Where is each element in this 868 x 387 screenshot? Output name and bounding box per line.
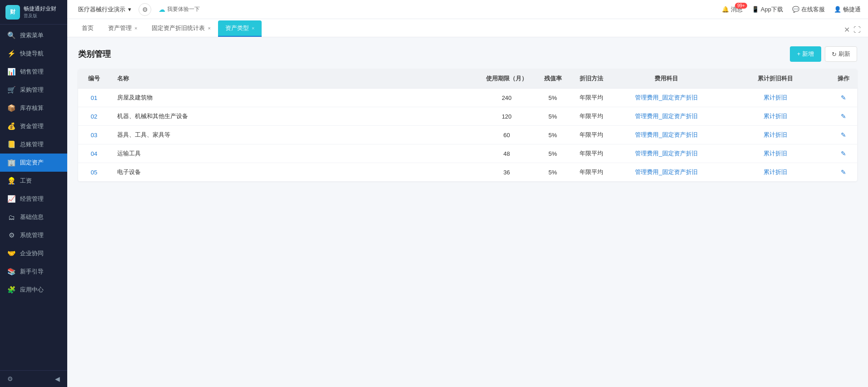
nav-label-2: 销售管理 — [20, 68, 44, 76]
nav-label-6: 总账管理 — [20, 140, 44, 149]
app-selector[interactable]: 医疗器械行业演示 ▾ — [74, 4, 135, 15]
nav-icon-12: 🤝 — [7, 249, 15, 258]
topbar-settings-btn[interactable]: ⚙ — [139, 3, 151, 16]
edit-btn-3[interactable]: ✎ — [841, 150, 846, 157]
sidebar-item-采购管理[interactable]: 🛒 采购管理 — [0, 81, 67, 99]
main-area: 医疗器械行业演示 ▾ ⚙ ☁ 我要体验一下 🔔 消息 99 📱 App下载 💬 … — [67, 0, 868, 387]
topbar-right: 🔔 消息 99 📱 App下载 💬 在线客服 👤 畅捷通 — [722, 5, 861, 14]
nav-label-12: 企业协同 — [20, 249, 44, 258]
sidebar-item-固定资产[interactable]: 🏢 固定资产 — [0, 154, 67, 172]
nav-label-7: 固定资产 — [20, 159, 44, 167]
tab-asset-type[interactable]: 资产类型 × — [218, 20, 262, 37]
col-header-method: 折旧方法 — [571, 69, 612, 89]
gear-icon: ⚙ — [142, 6, 148, 13]
new-button-label: + 新增 — [797, 50, 814, 58]
table-header-row: 编号 名称 使用期限（月） 残值率 折旧方法 费用科目 累计折旧科目 操作 — [78, 69, 857, 89]
sidebar-item-新手引导[interactable]: 📚 新手引导 — [0, 263, 67, 281]
nav-icon-3: 🛒 — [7, 86, 15, 94]
sidebar-item-资金管理[interactable]: 💰 资金管理 — [0, 117, 67, 135]
cell-code-0: 01 — [78, 89, 110, 107]
nav-icon-6: 📒 — [7, 140, 15, 149]
user-btn[interactable]: 👤 畅捷通 — [834, 5, 861, 14]
sidebar-settings-btn[interactable]: ⚙ — [7, 375, 13, 382]
sidebar-item-库存核算[interactable]: 📦 库存核算 — [0, 99, 67, 117]
page-header: 类别管理 + 新增 ↻ 刷新 — [78, 46, 857, 62]
cell-method-3: 年限平均 — [571, 144, 612, 163]
tab-home[interactable]: 首页 — [74, 20, 101, 37]
phone-icon: 📱 — [752, 6, 759, 13]
cell-period-4: 36 — [479, 163, 535, 182]
content-area: 类别管理 + 新增 ↻ 刷新 编号 名称 使用期限（月） 残值率 折旧方法 — [67, 37, 868, 387]
edit-btn-1[interactable]: ✎ — [841, 113, 846, 120]
col-header-accum: 累计折旧科目 — [721, 69, 830, 89]
new-button[interactable]: + 新增 — [790, 46, 821, 62]
logo-title: 畅捷通好业财 — [24, 5, 56, 13]
cell-rate-0: 5% — [535, 89, 571, 107]
nav-label-3: 采购管理 — [20, 86, 44, 94]
notifications-btn[interactable]: 🔔 消息 99 — [722, 5, 743, 14]
tab-close-window-btn[interactable]: ✕ — [844, 25, 850, 34]
nav-icon-10: 🗂 — [7, 213, 15, 221]
nav-icon-2: 📊 — [7, 68, 15, 76]
cell-action-2: ✎ — [830, 126, 857, 144]
sidebar-item-应用中心[interactable]: 🧩 应用中心 — [0, 281, 67, 299]
cell-code-2: 03 — [78, 126, 110, 144]
cell-period-0: 240 — [479, 89, 535, 107]
app-download-btn[interactable]: 📱 App下载 — [752, 5, 783, 14]
sidebar-collapse-btn[interactable]: ◀ — [55, 375, 60, 382]
table-header: 编号 名称 使用期限（月） 残值率 折旧方法 费用科目 累计折旧科目 操作 — [78, 69, 857, 89]
edit-btn-4[interactable]: ✎ — [841, 169, 846, 176]
tab-asset-type-close[interactable]: × — [252, 25, 254, 31]
nav-icon-14: 🧩 — [7, 286, 15, 294]
sidebar-item-销售管理[interactable]: 📊 销售管理 — [0, 63, 67, 81]
nav-icon-13: 📚 — [7, 268, 15, 276]
cloud-icon: ☁ — [159, 5, 165, 14]
sidebar-item-快捷导航[interactable]: ⚡ 快捷导航 — [0, 45, 67, 63]
tab-window-controls: ✕ ⛶ — [844, 25, 861, 37]
table-body: 01 房屋及建筑物 240 5% 年限平均 管理费用_固定资产折旧 累计折旧 ✎… — [78, 89, 857, 182]
cell-expense-4: 管理费用_固定资产折旧 — [612, 163, 721, 182]
cell-period-1: 120 — [479, 107, 535, 126]
tab-depreciation-report-close[interactable]: × — [208, 25, 210, 31]
refresh-button[interactable]: ↻ 刷新 — [825, 46, 857, 62]
table-row: 04 运输工具 48 5% 年限平均 管理费用_固定资产折旧 累计折旧 ✎ — [78, 144, 857, 163]
table-row: 01 房屋及建筑物 240 5% 年限平均 管理费用_固定资产折旧 累计折旧 ✎ — [78, 89, 857, 107]
logo-subtitle: 普及版 — [24, 13, 56, 19]
bell-icon: 🔔 — [722, 6, 729, 13]
cell-expense-1: 管理费用_固定资产折旧 — [612, 107, 721, 126]
cell-expense-0: 管理费用_固定资产折旧 — [612, 89, 721, 107]
sidebar-item-基础信息[interactable]: 🗂 基础信息 — [0, 208, 67, 226]
notifications-badge: 99 — [735, 3, 747, 9]
sidebar-item-工资[interactable]: 👷 工资 — [0, 172, 67, 190]
nav-label-8: 工资 — [20, 177, 32, 185]
sidebar-item-总账管理[interactable]: 📒 总账管理 — [0, 135, 67, 154]
sidebar-item-搜索菜单[interactable]: 🔍 搜索菜单 — [0, 26, 67, 45]
tab-asset-management-close[interactable]: × — [134, 25, 137, 31]
edit-btn-2[interactable]: ✎ — [841, 131, 846, 139]
tab-depreciation-report[interactable]: 固定资产折旧统计表 × — [144, 20, 218, 37]
sidebar-item-系统管理[interactable]: ⚙ 系统管理 — [0, 226, 67, 244]
col-header-rate: 残值率 — [535, 69, 571, 89]
topbar-experience[interactable]: ☁ 我要体验一下 — [159, 5, 200, 14]
nav-icon-8: 👷 — [7, 177, 15, 185]
edit-btn-0[interactable]: ✎ — [841, 94, 846, 101]
cell-name-2: 器具、工具、家具等 — [110, 126, 479, 144]
sidebar-item-企业协同[interactable]: 🤝 企业协同 — [0, 244, 67, 263]
online-service-btn[interactable]: 💬 在线客服 — [792, 5, 825, 14]
nav-label-0: 搜索菜单 — [20, 31, 44, 40]
sidebar-item-经营管理[interactable]: 📈 经营管理 — [0, 190, 67, 208]
nav-label-1: 快捷导航 — [20, 50, 44, 58]
cell-period-3: 48 — [479, 144, 535, 163]
cell-rate-2: 5% — [535, 126, 571, 144]
topbar: 医疗器械行业演示 ▾ ⚙ ☁ 我要体验一下 🔔 消息 99 📱 App下载 💬 … — [67, 0, 868, 19]
cell-action-3: ✎ — [830, 144, 857, 163]
tab-expand-btn[interactable]: ⛶ — [853, 25, 861, 34]
cell-name-0: 房屋及建筑物 — [110, 89, 479, 107]
nav-label-10: 基础信息 — [20, 213, 44, 221]
col-header-action: 操作 — [830, 69, 857, 89]
cell-period-2: 60 — [479, 126, 535, 144]
page-actions: + 新增 ↻ 刷新 — [790, 46, 857, 62]
service-icon: 💬 — [792, 6, 799, 13]
col-header-name: 名称 — [110, 69, 479, 89]
tab-asset-management[interactable]: 资产管理 × — [101, 20, 144, 37]
